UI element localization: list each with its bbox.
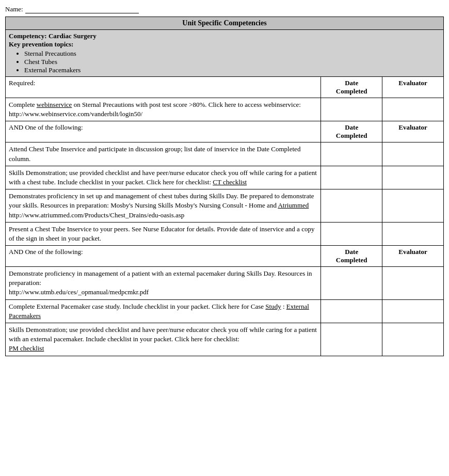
required-eval-1 <box>382 98 444 121</box>
case-study-link[interactable]: Study <box>265 303 281 310</box>
required-date-1 <box>321 98 382 121</box>
competency-header-row: Competency: Cardiac Surgery Key preventi… <box>6 30 444 77</box>
pacemaker-row-1: Demonstrate proficiency in management of… <box>6 267 444 300</box>
chest-tube-eval-4 <box>382 222 444 245</box>
pacemaker-row-3: Skills Demonstration; use provided check… <box>6 323 444 356</box>
chest-tube-row-1: Attend Chest Tube Inservice and particip… <box>6 142 444 166</box>
evaluator-header-3: Evaluator <box>382 246 444 267</box>
and-one-label-1: AND One of the following: <box>6 121 321 142</box>
chest-tube-row-2: Skills Demonstration; use provided check… <box>6 166 444 189</box>
pm-checklist-link[interactable]: PM checklist <box>9 344 44 352</box>
main-table: Unit Specific Competencies Competency: C… <box>5 17 444 356</box>
date-completed-header-1: DateCompleted <box>321 77 382 98</box>
bullet-pacemaker: External Pacemakers <box>24 66 440 74</box>
atriummed-link[interactable]: Atriummed <box>278 201 309 209</box>
chest-tube-eval-2 <box>382 166 444 189</box>
pacemaker-content-1: Demonstrate proficiency in management of… <box>6 267 321 300</box>
required-row-1: Complete webinservice on Sternal Precaut… <box>6 98 444 121</box>
pacemaker-content-3: Skills Demonstration; use provided check… <box>6 323 321 356</box>
evaluator-header-1: Evaluator <box>382 77 444 98</box>
chest-tube-date-3 <box>321 189 382 223</box>
chest-tube-date-2 <box>321 166 382 189</box>
and-one-header-row-1: AND One of the following: DateCompleted … <box>6 121 444 142</box>
chest-tube-content-4: Present a Chest Tube Inservice to your p… <box>6 222 321 245</box>
pacemaker-date-2 <box>321 299 382 323</box>
chest-tube-content-2: Skills Demonstration; use provided check… <box>6 166 321 189</box>
chest-tube-content-1: Attend Chest Tube Inservice and particip… <box>6 142 321 166</box>
date-completed-header-2: DateCompleted <box>321 121 382 142</box>
chest-tube-content-3: Demonstrates proficiency in set up and m… <box>6 189 321 223</box>
webinservice-link[interactable]: webinservice <box>37 101 72 108</box>
required-header-row: Required: DateCompleted Evaluator <box>6 77 444 98</box>
chest-tube-eval-1 <box>382 142 444 166</box>
name-line: Name: <box>5 5 444 13</box>
chest-tube-date-4 <box>321 222 382 245</box>
external-pacemakers-link[interactable]: External Pacemakers <box>9 303 309 320</box>
name-underline <box>25 5 139 13</box>
bullet-chest: Chest Tubes <box>24 58 440 66</box>
and-one-label-2: AND One of the following: <box>6 246 321 267</box>
pacemaker-date-3 <box>321 323 382 356</box>
pacemaker-eval-1 <box>382 267 444 300</box>
pacemaker-content-2: Complete External Pacemaker case study. … <box>6 299 321 323</box>
pacemaker-row-2: Complete External Pacemaker case study. … <box>6 299 444 323</box>
chest-tube-row-3: Demonstrates proficiency in set up and m… <box>6 189 444 223</box>
competency-title: Competency: Cardiac Surgery <box>9 32 440 40</box>
required-label: Required: <box>6 77 321 98</box>
chest-tube-row-4: Present a Chest Tube Inservice to your p… <box>6 222 444 245</box>
evaluator-header-2: Evaluator <box>382 121 444 142</box>
pacemaker-eval-2 <box>382 299 444 323</box>
competency-subheader: Key prevention topics: <box>9 40 440 49</box>
chest-tube-date-1 <box>321 142 382 166</box>
title-row: Unit Specific Competencies <box>6 17 444 30</box>
pacemaker-date-1 <box>321 267 382 300</box>
and-one-header-row-2: AND One of the following: DateCompleted … <box>6 246 444 267</box>
page-title: Unit Specific Competencies <box>6 17 444 30</box>
date-completed-header-3: DateCompleted <box>321 246 382 267</box>
required-content-1: Complete webinservice on Sternal Precaut… <box>6 98 321 121</box>
chest-tube-eval-3 <box>382 189 444 223</box>
bullet-sternal: Sternal Precautions <box>24 50 440 58</box>
name-label: Name: <box>5 5 23 13</box>
pacemaker-eval-3 <box>382 323 444 356</box>
competency-cell: Competency: Cardiac Surgery Key preventi… <box>6 30 444 77</box>
bullet-list: Sternal Precautions Chest Tubes External… <box>9 50 440 74</box>
ct-checklist-link[interactable]: CT checklist <box>213 178 247 186</box>
